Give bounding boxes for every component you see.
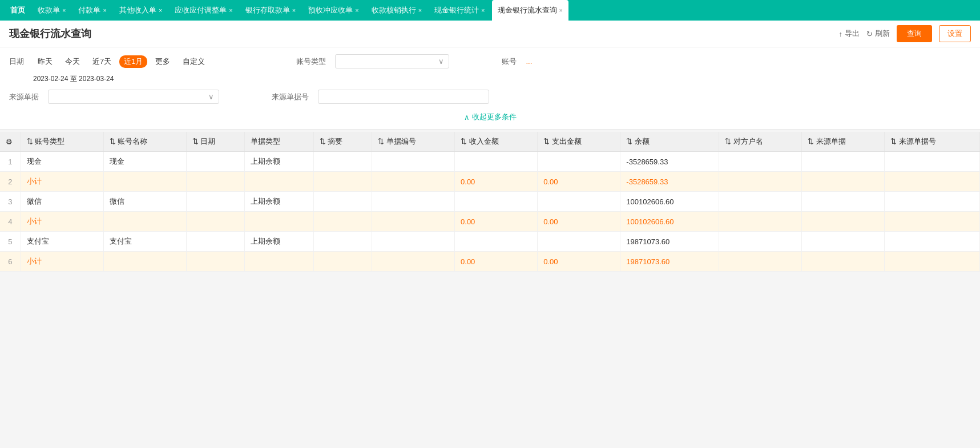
table-row[interactable]: 2小计0.000.00-3528659.33: [0, 172, 980, 192]
cell-doc-type: [244, 172, 313, 192]
date-opt-custom[interactable]: 自定义: [178, 55, 209, 68]
source-doc-select[interactable]: ∨: [48, 90, 219, 104]
account-type-select[interactable]: ∨: [335, 54, 449, 68]
nav-tab-6[interactable]: 收款核销执行 ×: [366, 0, 428, 21]
sort-icon[interactable]: ⇅: [461, 137, 467, 146]
close-icon[interactable]: ×: [62, 7, 66, 14]
table-header-row: ⚙ ⇅ 账号类型 ⇅ 账号名称 ⇅ 日期 单据类型 ⇅: [0, 132, 980, 152]
page-header: 现金银行流水查询 ↑ 导出 ↻ 刷新 查询 设置: [0, 21, 980, 47]
cell-balance: 19871073.60: [620, 232, 719, 252]
col-income: ⇅ 收入金额: [455, 132, 538, 152]
cell-account-type: 现金: [21, 152, 103, 172]
row-num: 6: [0, 252, 21, 272]
cell-expense: 0.00: [538, 252, 620, 272]
cell-account-name: [103, 252, 186, 272]
nav-tab-3[interactable]: 应收应付调整单 ×: [169, 0, 238, 21]
sort-icon[interactable]: ⇅: [27, 137, 33, 146]
table-row[interactable]: 6小计0.000.0019871073.60: [0, 252, 980, 272]
nav-tab-7[interactable]: 现金银行统计 ×: [429, 0, 490, 21]
date-filter-label: 日期: [9, 56, 24, 67]
cell-counterpart: [719, 152, 801, 172]
export-button[interactable]: ↑ 导出: [839, 29, 860, 39]
query-button[interactable]: 查询: [897, 25, 932, 42]
more-conditions-row: ∧ 收起更多条件: [9, 110, 971, 122]
cell-summary: [313, 152, 372, 172]
cell-counterpart: [719, 192, 801, 212]
table-row[interactable]: 4小计0.000.00100102606.60: [0, 212, 980, 232]
nav-home[interactable]: 首页: [5, 0, 31, 21]
cell-doc-no: [372, 192, 454, 212]
cell-summary: [313, 232, 372, 252]
sort-icon[interactable]: ⇅: [725, 137, 731, 146]
col-balance: ⇅ 余额: [620, 132, 719, 152]
cell-doc-type: [244, 212, 313, 232]
close-icon[interactable]: ×: [292, 7, 296, 14]
source-doc-no-input[interactable]: [318, 90, 489, 104]
date-opt-today[interactable]: 今天: [61, 55, 84, 68]
sort-icon[interactable]: ⇅: [808, 137, 814, 146]
close-icon[interactable]: ×: [559, 7, 563, 14]
nav-tab-1[interactable]: 付款单 ×: [72, 0, 112, 21]
col-expense: ⇅ 支出金额: [538, 132, 620, 152]
cell-date: [186, 252, 244, 272]
date-opt-1month[interactable]: 近1月: [119, 55, 147, 68]
nav-tab-0[interactable]: 收款单 ×: [32, 0, 71, 21]
close-icon[interactable]: ×: [481, 7, 485, 14]
col-account-type: ⇅ 账号类型: [21, 132, 103, 152]
cell-counterpart: [719, 172, 801, 192]
cell-account-name: 支付宝: [103, 232, 186, 252]
cell-date: [186, 152, 244, 172]
col-summary: ⇅ 摘要: [313, 132, 372, 152]
setting-button[interactable]: 设置: [939, 25, 971, 42]
account-more-button[interactable]: ...: [526, 57, 532, 66]
close-icon[interactable]: ×: [159, 7, 162, 14]
date-opt-yesterday[interactable]: 昨天: [33, 55, 57, 68]
cell-income: [455, 152, 538, 172]
cell-date: [186, 172, 244, 192]
table-row[interactable]: 3微信微信上期余额100102606.60: [0, 192, 980, 212]
nav-tab-8[interactable]: 现金银行流水查询 ×: [492, 0, 568, 21]
nav-tab-2[interactable]: 其他收入单 ×: [114, 0, 168, 21]
close-icon[interactable]: ×: [418, 7, 422, 14]
cell-income: 0.00: [455, 252, 538, 272]
sort-icon[interactable]: ⇅: [192, 137, 199, 146]
col-account-name: ⇅ 账号名称: [103, 132, 186, 152]
sort-icon[interactable]: ⇅: [543, 137, 550, 146]
date-range-display: 2023-02-24 至 2023-03-24: [33, 75, 114, 83]
row-num: 1: [0, 152, 21, 172]
account-label: 账号: [502, 56, 517, 67]
col-doc-type: 单据类型: [244, 132, 313, 152]
close-icon[interactable]: ×: [355, 7, 358, 14]
col-settings[interactable]: ⚙: [0, 132, 21, 152]
sort-icon[interactable]: ⇅: [320, 137, 326, 146]
cell-balance: -3528659.33: [620, 172, 719, 192]
cell-source-doc-no: [885, 192, 980, 212]
row-num: 2: [0, 172, 21, 192]
table-row[interactable]: 1现金现金上期余额-3528659.33: [0, 152, 980, 172]
refresh-button[interactable]: ↻ 刷新: [866, 29, 890, 39]
collapse-button[interactable]: ∧ 收起更多条件: [464, 112, 517, 122]
data-table: ⚙ ⇅ 账号类型 ⇅ 账号名称 ⇅ 日期 单据类型 ⇅: [0, 132, 980, 272]
nav-tab-5[interactable]: 预收冲应收单 ×: [303, 0, 364, 21]
sort-icon[interactable]: ⇅: [890, 137, 897, 146]
date-opt-more[interactable]: 更多: [151, 55, 175, 68]
cell-date: [186, 212, 244, 232]
sort-icon[interactable]: ⇅: [110, 137, 116, 146]
account-type-label: 账号类型: [296, 56, 326, 67]
cell-doc-no: [372, 232, 454, 252]
date-opt-7days[interactable]: 近7天: [88, 55, 116, 68]
cell-source-doc-no: [885, 252, 980, 272]
cell-counterpart: [719, 232, 801, 252]
cell-expense: [538, 232, 620, 252]
cell-summary: [313, 192, 372, 212]
close-icon[interactable]: ×: [229, 7, 232, 14]
chevron-down-icon: ∨: [438, 57, 444, 66]
close-icon[interactable]: ×: [103, 7, 106, 14]
table-row[interactable]: 5支付宝支付宝上期余额19871073.60: [0, 232, 980, 252]
sort-icon[interactable]: ⇅: [378, 137, 384, 146]
nav-tab-4[interactable]: 银行存取款单 ×: [240, 0, 301, 21]
filter-area: 日期 昨天 今天 近7天 近1月 更多 自定义 账号类型 ∨ 账号 ... 20…: [0, 47, 980, 130]
cell-account-type: 小计: [21, 212, 103, 232]
sort-icon[interactable]: ⇅: [626, 137, 632, 146]
refresh-icon: ↻: [866, 30, 873, 38]
